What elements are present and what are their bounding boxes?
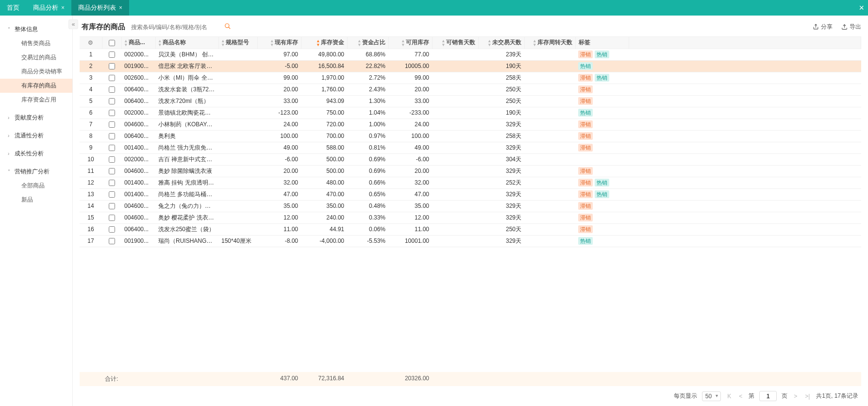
sidebar-collapse-icon[interactable]: « [68,19,78,29]
nav-group-成长性分析[interactable]: ›成长性分析 [0,147,72,161]
pagination-summary: 共1页, 17条记录 [816,392,858,400]
tab-首页[interactable]: 首页 [0,0,26,16]
row-checkbox[interactable] [109,203,115,209]
nav-item-销售类商品[interactable]: 销售类商品 [0,36,72,51]
tag-badge: 热销 [595,190,609,198]
row-checkbox[interactable] [109,98,115,104]
chevron-icon: › [8,133,13,138]
table-settings-icon[interactable]: ⚙ [88,39,93,46]
row-checkbox[interactable] [109,191,115,198]
tag-badge: 热销 [578,237,593,245]
prev-page-icon[interactable]: < [737,393,744,400]
tab-商品分析列表[interactable]: 商品分析列表× [71,0,129,16]
next-page-icon[interactable]: > [792,393,799,400]
tag-badge: 滞销 [578,179,593,186]
table-row[interactable]: 2001900...倍思家 北欧客厅装饰画卧室-5.0016,500.8422.… [80,60,861,72]
per-page-select[interactable]: 50 [702,391,721,401]
tag-badge: 热销 [578,62,593,70]
chevron-icon: › [8,115,13,120]
search-icon[interactable] [224,23,231,31]
last-page-icon[interactable]: >| [803,393,811,400]
nav-item-新品[interactable]: 新品 [0,193,72,207]
table-row[interactable]: 1002000...贝汉美（BHM） 创意北欧97.0049,800.0068.… [80,49,861,60]
row-checkbox[interactable] [109,180,115,186]
table-row[interactable]: 11004600...奥妙 除菌除螨洗衣液20.00500.000.69%20.… [80,165,861,177]
table-row[interactable]: 8006400...奥利奥100.00700.000.97%100.00258天… [80,130,861,142]
table-row[interactable]: 14004600...兔之力（兔の力）粘毛器粘35.00350.000.48%3… [80,200,861,212]
col-sale-days[interactable]: ▴▾可销售天数 [432,37,478,49]
tag-badge: 滞销 [578,74,593,82]
share-button[interactable]: 分享 [813,23,833,31]
select-all-checkbox[interactable] [109,40,115,46]
table-row[interactable]: 9001400...尚格兰 强力无痕免打孔浴室49.00588.000.81%4… [80,142,861,153]
close-icon[interactable]: × [61,4,65,11]
tab-商品分析[interactable]: 商品分析× [26,0,71,16]
col-code[interactable]: ▴▾商品... [121,37,155,49]
tag-badge: 滞销 [578,51,593,58]
table-row[interactable]: 4006400...洗发水套装（3瓶720ml+120.001,760.002.… [80,84,861,95]
row-checkbox[interactable] [109,63,115,69]
table-row[interactable]: 3002600...小米（MI）雨伞 全自动折叠99.001,970.002.7… [80,72,861,84]
col-tag[interactable]: 标签 [575,37,629,49]
row-checkbox[interactable] [109,51,115,58]
total-row: 合计: 437.00 72,316.84 20326.00 [80,372,861,386]
nav-group-流通性分析[interactable]: ›流通性分析 [0,129,72,143]
table-row[interactable]: 16006400...洗发水250蜜兰（袋）11.0044.910.06%11.… [80,223,861,235]
row-checkbox[interactable] [109,121,115,128]
chevron-icon: ˅ [8,169,13,174]
nav-item-交易过的商品[interactable]: 交易过的商品 [0,51,72,65]
tag-badge: 热销 [595,74,609,82]
svg-point-0 [225,24,229,28]
table-row[interactable]: 6002000...景德镇北欧陶瓷花瓶摆件 仿-123.00750.001.04… [80,107,861,118]
row-checkbox[interactable] [109,86,115,93]
col-notrade-days[interactable]: ▴▾未交易天数 [478,37,524,49]
tag-badge: 滞销 [578,167,593,175]
row-checkbox[interactable] [109,110,115,116]
col-spec[interactable]: ▴▾规格型号 [218,37,257,49]
chevron-icon: ˅ [8,27,13,32]
col-turn-days[interactable]: ▴▾库存周转天数 [524,37,575,49]
table-row[interactable]: 15004600...奥妙 樱花柔护 洗衣凝珠 1012.00240.000.3… [80,212,861,223]
table-row[interactable]: 12001400...雅高 挂钩 无痕透明粘钩 强32.00480.000.66… [80,177,861,188]
nav-item-商品分类动销率[interactable]: 商品分类动销率 [0,65,72,79]
export-button[interactable]: 导出 [841,23,861,31]
search-input[interactable] [131,24,218,31]
row-checkbox[interactable] [109,145,115,151]
row-checkbox[interactable] [109,215,115,221]
data-table: ⚙ ▴▾商品... ▴▾商品名称 ▴▾规格型号 ▴▾现有库存 ▴▾库存资金 ▴▾… [80,37,861,247]
nav-group-贡献度分析[interactable]: ›贡献度分析 [0,111,72,125]
nav-group-营销推广分析[interactable]: ˅营销推广分析 [0,165,72,179]
col-stock[interactable]: ▴▾现有库存 [257,37,301,49]
table-row[interactable]: 10002000...吉百 禅意新中式玄关摆件套-6.00500.000.69%… [80,153,861,165]
col-fund[interactable]: ▴▾库存资金 [301,37,347,49]
tag-badge: 滞销 [578,97,593,105]
svg-line-1 [229,27,231,29]
nav-group-整体信息[interactable]: ˅整体信息 [0,22,72,36]
tag-badge: 滞销 [578,190,593,198]
row-checkbox[interactable] [109,238,115,244]
page-input[interactable] [759,391,777,401]
row-checkbox[interactable] [109,75,115,81]
first-page-icon[interactable]: K [726,393,733,400]
table-row[interactable]: 17001900...瑞尚（RUISHANG） 卧室客150*40厘米-8.00… [80,235,861,247]
col-pct[interactable]: ▴▾资金占比 [347,37,388,49]
nav-item-有库存的商品[interactable]: 有库存的商品 [0,79,72,93]
tag-badge: 滞销 [578,214,593,221]
row-checkbox[interactable] [109,133,115,139]
close-icon[interactable]: × [119,4,122,11]
table-row[interactable]: 5006400...洗发水720ml（瓶）33.00943.091.30%33.… [80,95,861,107]
row-checkbox[interactable] [109,168,115,174]
table-row[interactable]: 13001400...尚格兰 多功能马桶刷套装 带47.00470.000.65… [80,188,861,200]
col-name[interactable]: ▴▾商品名称 [155,37,218,49]
close-all-tabs-icon[interactable]: × [859,0,864,16]
nav-item-库存资金占用[interactable]: 库存资金占用 [0,93,72,107]
pagination: 每页显示 50 K < 第 页 > >| 共1页, 17条记录 [80,386,861,406]
col-avail[interactable]: ▴▾可用库存 [388,37,432,49]
row-checkbox[interactable] [109,226,115,233]
tag-badge: 热销 [595,179,609,186]
tag-badge: 滞销 [578,202,593,210]
row-checkbox[interactable] [109,156,115,163]
table-row[interactable]: 7004600...小林制药（KOBAYASHI）E24.00720.001.0… [80,118,861,130]
nav-item-全部商品[interactable]: 全部商品 [0,179,72,193]
tag-badge: 滞销 [578,120,593,128]
